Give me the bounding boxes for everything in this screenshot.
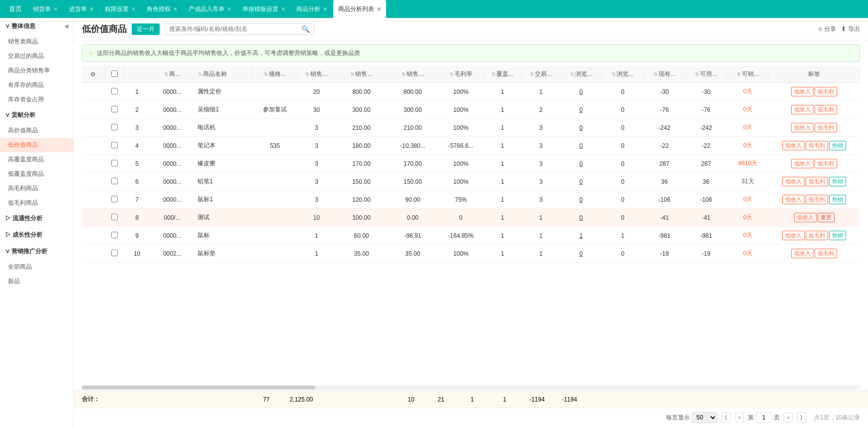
sidebar-item-all-products[interactable]: 全部商品 — [0, 260, 73, 274]
browse1-link[interactable]: 0 — [579, 250, 583, 257]
close-icon[interactable]: ✕ — [89, 6, 94, 12]
sidebar-group-growth[interactable]: ▷ 成长性分析 — [0, 227, 73, 243]
tag-badge[interactable]: 低收入 — [782, 231, 805, 240]
col-stock[interactable]: 现有... — [644, 66, 685, 83]
col-sellable[interactable]: 可销... — [727, 66, 769, 83]
row-checkbox-cell[interactable] — [105, 227, 124, 245]
sidebar-item-low-profit[interactable]: 低毛利商品 — [0, 196, 73, 210]
col-trade[interactable]: 交易... — [522, 66, 560, 83]
row-browse1[interactable]: 0 — [560, 101, 602, 119]
sidebar-item-new-products[interactable]: 新品 — [0, 274, 73, 289]
row-browse1[interactable]: 0 — [560, 137, 602, 155]
tag-badge[interactable]: 低收入 — [791, 123, 814, 132]
search-input[interactable] — [169, 25, 299, 32]
col-cover[interactable]: 覆盖... — [483, 66, 522, 83]
sidebar-group-marketing[interactable]: ∨ 营销推广分析 — [0, 243, 73, 260]
prev-page-btn[interactable]: ‹ — [735, 413, 744, 423]
browse1-link[interactable]: 0 — [579, 124, 583, 131]
row-checkbox-cell[interactable] — [105, 137, 124, 155]
select-all-checkbox[interactable] — [111, 70, 118, 77]
tag-badge[interactable]: 低毛利 — [815, 123, 837, 132]
close-icon[interactable]: ✕ — [131, 6, 136, 12]
nav-purchase[interactable]: 进货单 ✕ — [64, 0, 99, 18]
row-checkbox-cell[interactable] — [105, 119, 124, 137]
row-browse1[interactable]: 0 — [560, 119, 602, 137]
nav-home[interactable]: 首页 — [4, 0, 27, 18]
col-setting[interactable]: ⚙ — [82, 66, 105, 83]
row-checkbox[interactable] — [111, 214, 118, 220]
row-browse1[interactable]: 0 — [560, 173, 602, 191]
close-icon[interactable]: ✕ — [227, 6, 231, 12]
row-browse1[interactable]: 0 — [560, 191, 602, 209]
row-checkbox[interactable] — [111, 88, 118, 94]
next-page-btn[interactable]: › — [784, 413, 793, 423]
row-checkbox-cell[interactable] — [105, 245, 124, 263]
sidebar-item-high-value[interactable]: 高价值商品 — [0, 123, 73, 138]
col-spec[interactable]: 规格... — [252, 66, 297, 83]
row-checkbox[interactable] — [111, 232, 118, 238]
tag-badge[interactable]: 低收入 — [782, 195, 805, 204]
per-page-select[interactable]: 50 100 200 — [692, 412, 717, 423]
col-avail[interactable]: 可用... — [685, 66, 727, 83]
tag-badge[interactable]: 低毛利 — [806, 141, 828, 150]
sidebar-item-low-value[interactable]: 低价值商品 — [0, 138, 73, 152]
browse1-link[interactable]: 0 — [579, 160, 583, 167]
sidebar-group-contribution[interactable]: ∨ 贡献分析 — [0, 107, 73, 123]
nav-permission[interactable]: 权限设置 ✕ — [100, 0, 141, 18]
col-sales-price[interactable]: 销售... — [336, 66, 387, 83]
nav-sales[interactable]: 销货单 ✕ — [28, 0, 63, 18]
tag-badge[interactable]: 低收入 — [782, 141, 805, 150]
sidebar-item-high-profit[interactable]: 高毛利商品 — [0, 181, 73, 196]
row-checkbox[interactable] — [111, 160, 118, 166]
row-browse1[interactable]: 0 — [560, 155, 602, 173]
sidebar-group-circulation[interactable]: ▷ 流通性分析 — [0, 210, 73, 227]
page-number-input[interactable] — [756, 413, 772, 423]
sidebar-item-category-rate[interactable]: 商品分类销售率 — [0, 63, 73, 78]
tag-badge[interactable]: 热销 — [829, 177, 846, 186]
nav-analysis-list[interactable]: 商品分析列表 ✕ — [333, 0, 386, 18]
tag-badge[interactable]: 低收入 — [791, 159, 814, 168]
close-icon[interactable]: ✕ — [323, 6, 327, 12]
browse1-link[interactable]: 0 — [579, 214, 583, 221]
row-checkbox-cell[interactable] — [105, 173, 124, 191]
tag-badge[interactable]: 低毛利 — [815, 87, 837, 96]
row-checkbox-cell[interactable] — [105, 155, 124, 173]
tag-badge[interactable]: 热销 — [829, 231, 846, 240]
search-icon[interactable]: 🔍 — [301, 25, 310, 33]
tag-badge[interactable]: 低毛利 — [815, 159, 837, 168]
tag-badge[interactable]: 低收入 — [794, 213, 817, 222]
row-browse1[interactable]: 0 — [560, 209, 602, 227]
row-checkbox[interactable] — [111, 196, 118, 202]
col-sales-qty[interactable]: 销售... — [297, 66, 336, 83]
scrollbar-thumb[interactable] — [82, 386, 315, 390]
browse1-link[interactable]: 0 — [579, 106, 583, 113]
last-page-btn[interactable]: ⟩ — [797, 413, 806, 423]
close-icon[interactable]: ✕ — [53, 6, 58, 12]
sidebar-item-in-stock[interactable]: 有库存的商品 — [0, 78, 73, 92]
nav-role[interactable]: 角色授权 ✕ — [142, 0, 183, 18]
row-checkbox-cell[interactable] — [105, 83, 124, 101]
nav-stock-in[interactable]: 产成品入库单 ✕ — [184, 0, 236, 18]
row-checkbox-cell[interactable] — [105, 101, 124, 119]
row-checkbox-cell[interactable] — [105, 209, 124, 227]
browse1-link[interactable]: 1 — [579, 232, 583, 239]
col-code[interactable]: 商... — [150, 66, 195, 83]
row-checkbox-cell[interactable] — [105, 191, 124, 209]
sidebar-item-low-coverage[interactable]: 低覆盖度商品 — [0, 167, 73, 181]
share-button[interactable]: ⎋ 分享 — [819, 25, 836, 33]
tag-badge[interactable]: 低毛利 — [806, 231, 828, 240]
sidebar-item-high-coverage[interactable]: 高覆盖度商品 — [0, 152, 73, 167]
close-icon[interactable]: ✕ — [377, 6, 381, 12]
row-checkbox[interactable] — [111, 178, 118, 184]
tag-badge[interactable]: 热销 — [829, 195, 846, 204]
browse1-link[interactable]: 0 — [579, 178, 583, 185]
tag-badge[interactable]: 低毛利 — [815, 105, 837, 114]
col-check-all[interactable] — [105, 66, 124, 83]
close-icon[interactable]: ✕ — [281, 6, 285, 12]
tag-badge[interactable]: 低毛利 — [815, 249, 837, 258]
filter-recent-month[interactable]: 近一月 — [132, 23, 160, 35]
horizontal-scrollbar[interactable] — [82, 386, 860, 390]
tag-badge[interactable]: 低毛利 — [806, 177, 828, 186]
row-browse1[interactable]: 0 — [560, 245, 602, 263]
tag-badge[interactable]: 热销 — [829, 141, 846, 150]
